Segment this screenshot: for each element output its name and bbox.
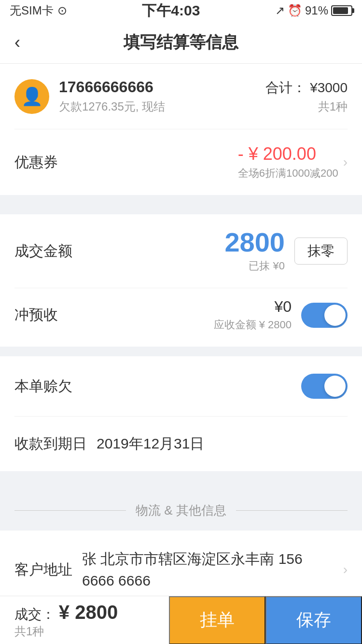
- gray-separator-3: [0, 481, 362, 490]
- chevron-right-icon: ›: [343, 154, 348, 170]
- sep-line-left: [14, 510, 126, 511]
- avatar-icon: 👤: [21, 86, 43, 107]
- total-value: ¥3000: [310, 80, 348, 95]
- page-title: 填写结算等信息: [124, 31, 238, 54]
- status-right: ↗ ⏰ 91%: [275, 4, 352, 17]
- coupon-right: - ¥ 200.00 全场6折满1000减200 ›: [238, 144, 348, 181]
- gray-separator-2: [0, 347, 362, 356]
- debt-toggle[interactable]: [301, 374, 348, 399]
- coupon-amount: - ¥ 200.00: [238, 144, 338, 164]
- coupon-desc: 全场6折满1000减200: [238, 166, 338, 181]
- coupon-info: - ¥ 200.00 全场6折满1000减200: [238, 144, 338, 181]
- alarm-icon: ⏰: [288, 4, 302, 17]
- customer-phone: 17666666666: [59, 78, 165, 96]
- nav-bar: ‹ 填写结算等信息: [0, 21, 362, 64]
- due-row: 收款到期日 2019年12月31日: [0, 417, 362, 471]
- amount-row: 成交金额 2800 已抹 ¥0 抹零: [0, 214, 362, 288]
- location-icon: ↗: [275, 4, 285, 17]
- prepay-amount-bottom: 应收金额 ¥ 2800: [214, 318, 292, 332]
- toggle-knob: [324, 305, 346, 326]
- prepay-label: 冲预收: [14, 305, 58, 325]
- prepay-right: ¥0 应收金额 ¥ 2800: [214, 298, 348, 332]
- section-separator: 物流 & 其他信息: [0, 490, 362, 531]
- amount-label: 成交金额: [14, 241, 72, 261]
- prepay-toggle[interactable]: [301, 303, 348, 328]
- address-chevron-icon: ›: [343, 562, 348, 577]
- back-button[interactable]: ‹: [14, 32, 20, 53]
- coupon-row[interactable]: 优惠券 - ¥ 200.00 全场6折满1000减200 ›: [0, 129, 362, 195]
- sep-line-right: [236, 510, 348, 511]
- debt-toggle-knob: [324, 376, 346, 397]
- due-value: 2019年12月31日: [97, 434, 204, 454]
- status-bar: 无SIM卡 ⊙ 下午4:03 ↗ ⏰ 91%: [0, 0, 362, 21]
- amount-right: 2800 已抹 ¥0 抹零: [224, 229, 348, 273]
- customer-card: 👤 17666666666 欠款1276.35元, 现结 合计： ¥3000 共…: [0, 64, 362, 195]
- status-left: 无SIM卡 ⊙: [10, 3, 67, 18]
- deal-summary-value: ¥ 2800: [59, 602, 118, 623]
- total-count: 共1种: [265, 99, 348, 114]
- customer-debt: 欠款1276.35元, 现结: [59, 99, 165, 114]
- hold-button[interactable]: 挂单: [169, 596, 265, 644]
- amount-value-wrap: 2800 已抹 ¥0: [224, 229, 285, 273]
- due-label: 收款到期日: [14, 434, 87, 454]
- avatar: 👤: [14, 79, 49, 114]
- debt-card: 本单赊欠 收款到期日 2019年12月31日: [0, 356, 362, 471]
- battery-icon: [331, 5, 352, 16]
- deal-summary-label: 成交：: [14, 607, 55, 622]
- coupon-label: 优惠券: [14, 153, 58, 172]
- round-button[interactable]: 抹零: [294, 238, 348, 265]
- debt-row: 本单赊欠: [0, 356, 362, 416]
- save-button[interactable]: 保存: [265, 596, 362, 644]
- customer-left: 👤 17666666666 欠款1276.35元, 现结: [14, 78, 165, 114]
- amount-value: 2800: [224, 229, 285, 256]
- address-label: 客户地址: [14, 560, 72, 580]
- deal-count: 共1种: [14, 624, 154, 639]
- wifi-icon: ⊙: [57, 4, 67, 17]
- customer-right: 合计： ¥3000 共1种: [265, 79, 348, 114]
- deal-summary-row: 成交： ¥ 2800: [14, 602, 154, 624]
- total-label: 合计：: [265, 80, 306, 95]
- customer-info: 17666666666 欠款1276.35元, 现结: [59, 78, 165, 114]
- sep-text: 物流 & 其他信息: [136, 502, 226, 519]
- status-time: 下午4:03: [142, 1, 200, 21]
- prepay-amount-top: ¥0: [214, 298, 292, 316]
- address-value: 张 北京市市辖区海淀区永丰南 156 6666 6666: [82, 548, 334, 591]
- amount-card: 成交金额 2800 已抹 ¥0 抹零 冲预收 ¥0 应收金额 ¥ 2800: [0, 214, 362, 347]
- prepay-row: 冲预收 ¥0 应收金额 ¥ 2800: [0, 288, 362, 347]
- battery-percent: 91%: [305, 4, 328, 17]
- gray-separator-1: [0, 205, 362, 214]
- total-label-row: 合计： ¥3000: [265, 79, 348, 97]
- prepay-amount: ¥0 应收金额 ¥ 2800: [214, 298, 292, 332]
- customer-row: 👤 17666666666 欠款1276.35元, 现结 合计： ¥3000 共…: [0, 64, 362, 129]
- no-sim-label: 无SIM卡: [10, 3, 54, 18]
- debt-label: 本单赊欠: [14, 377, 72, 396]
- amount-sub: 已抹 ¥0: [224, 259, 285, 273]
- bottom-summary: 成交： ¥ 2800 共1种: [0, 602, 169, 639]
- bottom-bar: 成交： ¥ 2800 共1种 挂单 保存: [0, 596, 362, 644]
